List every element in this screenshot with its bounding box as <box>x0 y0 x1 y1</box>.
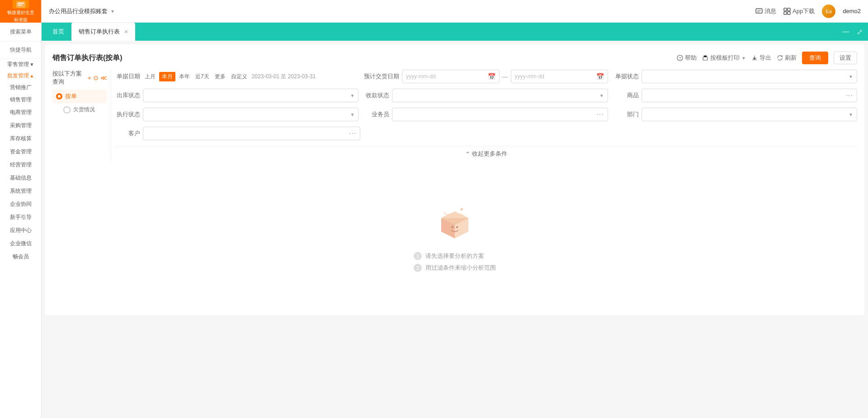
sidebar-item-newcomer[interactable]: 新手引导 <box>0 211 41 224</box>
svg-point-13 <box>452 226 453 228</box>
print-button[interactable]: 按模板打印 ▼ <box>702 54 746 62</box>
svg-rect-2 <box>784 8 787 11</box>
export-button[interactable]: 导出 <box>751 54 771 62</box>
settings-button[interactable]: 设置 <box>834 52 857 64</box>
app-name: 畅捷通好生意 <box>7 10 34 16</box>
filter-area: 按以下方案查询 + ⊙ ≪ 按单 欠货情况 <box>52 70 857 162</box>
sidebar-sub-sales[interactable]: 销售管理 <box>0 94 41 106</box>
svg-point-14 <box>456 226 458 228</box>
predicted-date-start[interactable]: yyyy-mm-dd 📅 <box>402 70 499 83</box>
user-name[interactable]: demo2 <box>843 8 861 14</box>
date-tab-this-month[interactable]: 本月 <box>159 72 175 81</box>
refresh-icon <box>777 55 783 61</box>
sidebar-item-enterprise[interactable]: 企业协同 <box>0 198 41 211</box>
sidebar-item-finance[interactable]: 资金管理 <box>0 145 41 158</box>
svg-text:?: ? <box>679 56 681 61</box>
sidebar-sub-marketing[interactable]: 营销推广 <box>0 81 41 94</box>
tab-sales-execution[interactable]: 销售订单执行表 × <box>71 23 135 41</box>
app-logo[interactable]: 畅捷通好生意 标准版 <box>0 0 41 23</box>
single-status-select[interactable]: ▼ <box>642 70 857 83</box>
outstock-status-select[interactable]: ▼ <box>143 89 359 102</box>
filter-sidebar-header: 按以下方案查询 + ⊙ ≪ <box>52 70 107 86</box>
message-icon <box>755 8 763 15</box>
inventory-label: 库存核算 <box>10 135 32 142</box>
tabbar: 首页 销售订单执行表 × — ⤢ <box>42 23 868 41</box>
app-center-label: 应用中心 <box>10 227 32 234</box>
execute-status-select[interactable]: ▼ <box>143 108 359 121</box>
sidebar-item-member[interactable]: 畅会员 <box>0 250 41 263</box>
customer-label: 客户 <box>115 129 140 138</box>
logo-icon <box>13 0 29 9</box>
topbar-right: 消息 App下载 Ea demo2 <box>755 5 861 18</box>
tab-minimize-button[interactable]: — <box>840 26 851 38</box>
tip-number-1: 1 <box>414 252 422 260</box>
customer-select[interactable]: ··· <box>143 127 360 140</box>
add-filter-button[interactable]: + <box>88 74 91 81</box>
svg-rect-3 <box>788 8 790 11</box>
collapse-filter-button[interactable]: ≪ <box>100 74 107 81</box>
app-download-button[interactable]: App下载 <box>783 7 815 15</box>
date-start-placeholder: yyyy-mm-dd <box>406 73 435 80</box>
filter-menu-shortage[interactable]: 欠货情况 <box>52 103 107 116</box>
help-label: 帮助 <box>685 54 697 62</box>
sidebar-item-app-center[interactable]: 应用中心 <box>0 224 41 237</box>
single-date-group: 单据日期 上月 本月 本年 近7天 更多 自定义 2023-03-01 至 20… <box>115 72 359 81</box>
sidebar-item-wholesale-mgmt[interactable]: 批发管理 ▲ <box>0 70 41 81</box>
predicted-date-end[interactable]: yyyy-mm-dd 📅 <box>511 70 608 83</box>
salesman-select[interactable]: ··· <box>392 108 608 121</box>
sidebar-item-basic-info[interactable]: 基础信息 <box>0 171 41 185</box>
filter-menu-by-order[interactable]: 按单 <box>52 90 107 103</box>
sidebar-item-inventory[interactable]: 库存核算 <box>0 132 41 145</box>
by-order-label: 按单 <box>65 92 77 100</box>
print-label: 按模板打印 <box>710 54 740 62</box>
print-arrow: ▼ <box>741 56 746 61</box>
shortage-label: 欠货情况 <box>73 106 95 114</box>
date-tab-custom[interactable]: 自定义 <box>229 72 249 81</box>
query-button[interactable]: 查询 <box>802 52 828 64</box>
tab-close-button[interactable]: × <box>124 28 128 35</box>
date-end-placeholder: yyyy-mm-dd <box>515 73 544 80</box>
sidebar-quick-nav[interactable]: 快捷导航 <box>0 42 41 59</box>
sidebar-search[interactable]: 搜索菜单 <box>0 23 41 42</box>
svg-rect-8 <box>703 57 708 60</box>
collect-status-select[interactable]: ▼ <box>392 89 608 102</box>
help-button[interactable]: ? 帮助 <box>677 54 697 62</box>
collapse-button[interactable]: ⌃ 收起更多条件 <box>115 146 857 162</box>
date-tab-this-year[interactable]: 本年 <box>177 72 192 81</box>
topbar-arrow[interactable]: ▾ <box>111 8 114 14</box>
refresh-label: 刷新 <box>785 54 797 62</box>
filter-sidebar-icons: + ⊙ ≪ <box>88 74 107 81</box>
sidebar-item-operations[interactable]: 经营管理 <box>0 158 41 171</box>
date-tab-last-month[interactable]: 上月 <box>143 72 157 81</box>
tab-expand-button[interactable]: ⤢ <box>855 26 864 38</box>
department-select[interactable]: ▼ <box>642 108 857 121</box>
tab-home[interactable]: 首页 <box>45 23 71 41</box>
filter-sidebar-title: 按以下方案查询 <box>52 70 88 86</box>
filter-row-4: 客户 ··· <box>115 127 857 140</box>
sidebar-item-retail-mgmt[interactable]: 零售管理 ▼ <box>0 59 41 70</box>
salesman-label: 业务员 <box>364 110 389 119</box>
sidebar-item-wechat[interactable]: 企业微信 <box>0 237 41 250</box>
user-avatar[interactable]: Ea <box>822 5 835 18</box>
tabbar-actions: — ⤢ <box>840 26 864 38</box>
refresh-button[interactable]: 刷新 <box>777 54 797 62</box>
product-select[interactable]: ··· <box>642 89 857 102</box>
sidebar-item-ecommerce[interactable]: 电商管理 <box>0 106 41 119</box>
filter-row-3: 执行状态 ▼ 业务员 ··· <box>115 108 857 121</box>
date-tab-more[interactable]: 更多 <box>213 72 227 81</box>
purchase-label: 采购管理 <box>10 122 32 129</box>
operations-label: 经营管理 <box>10 161 32 169</box>
department-arrow: ▼ <box>849 112 853 117</box>
date-tab-7days[interactable]: 近7天 <box>193 72 211 81</box>
sidebar-item-purchase[interactable]: 采购管理 <box>0 119 41 132</box>
svg-text:✦: ✦ <box>443 212 447 216</box>
tab-active-label: 销售订单执行表 <box>79 28 120 36</box>
wechat-label: 企业微信 <box>10 240 32 247</box>
sidebar-item-system[interactable]: 系统管理 <box>0 185 41 198</box>
print-icon <box>702 55 708 61</box>
customer-dots: ··· <box>349 129 356 138</box>
edit-filter-button[interactable]: ⊙ <box>93 74 99 81</box>
empty-tip-1: 1 请先选择要分析的方案 <box>414 252 496 260</box>
topbar: 办公用品行业模拟账套 ▾ 消息 App下载 Ea d <box>42 0 868 23</box>
message-button[interactable]: 消息 <box>755 7 776 15</box>
